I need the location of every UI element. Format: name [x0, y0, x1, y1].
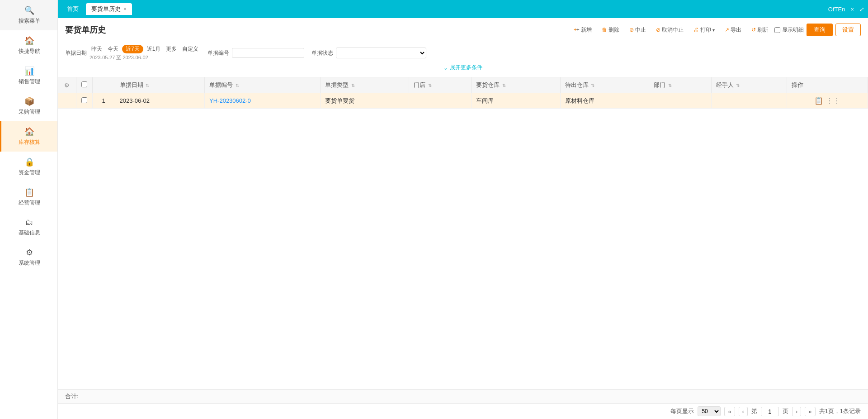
th-settings[interactable]: ⚙ [58, 77, 76, 93]
table-row[interactable]: 1 2023-06-02 YH-20230602-0 要货单要货 车间库 原材料… [58, 93, 868, 109]
export-button[interactable]: ↗ 导出 [721, 24, 745, 36]
row-date-cell: 2023-06-02 [115, 93, 205, 109]
main-area: 首页 要货单历史 × OfTEn × ⤢ 要货单历史 + + 新增 🗑 删除 [58, 0, 868, 419]
toolbar: + + 新增 🗑 删除 ⊘ 中止 ⊘ 取消中止 🖨 打印 [570, 24, 861, 36]
docno-filter-group: 单据编号 [208, 48, 304, 58]
th-req-warehouse-label: 要货仓库 [476, 81, 500, 88]
display-detail-checkbox[interactable] [774, 27, 780, 33]
sidebar-item-inventory[interactable]: 🏠 库存核算 [0, 121, 57, 152]
date-last7days[interactable]: 近7天 [122, 45, 143, 53]
sort-department-icon[interactable]: ⇅ [668, 83, 672, 88]
row-edit-icon[interactable]: 📋 [814, 96, 823, 105]
print-chevron-icon: ▾ [712, 28, 715, 33]
setting-button[interactable]: 设置 [835, 24, 861, 36]
row-more-icon[interactable]: ⋮⋮ [826, 96, 840, 105]
status-filter-group: 单据状态 [311, 48, 426, 58]
row-docno-link[interactable]: YH-20230602-0 [209, 97, 251, 104]
sidebar-item-basic-info[interactable]: 🗂 基础信息 [0, 212, 57, 242]
filter-area: 单据日期 昨天 今天 近7天 近1月 更多 自定义 2023-05-27 至 2… [58, 40, 868, 77]
status-select[interactable] [336, 48, 426, 58]
th-date: 单据日期 ⇅ [115, 77, 205, 93]
per-page-select[interactable]: 10 20 50 100 [698, 406, 721, 416]
row-handler-cell [711, 93, 787, 109]
page-title: 要货单历史 [65, 24, 566, 35]
th-action-label: 操作 [792, 81, 803, 88]
th-date-label: 单据日期 [120, 81, 143, 88]
often-label[interactable]: OfTEn [828, 6, 845, 13]
date-filter-group: 单据日期 昨天 今天 近7天 近1月 更多 自定义 2023-05-27 至 2… [65, 45, 200, 61]
topbar-right: OfTEn × ⤢ [828, 6, 864, 13]
sidebar-item-label: 搜索菜单 [19, 17, 40, 25]
sidebar-item-purchase[interactable]: 📦 采购管理 [0, 91, 57, 121]
stop-button[interactable]: ⊘ 中止 [626, 24, 650, 36]
th-action: 操作 [787, 77, 868, 93]
th-doctype-label: 单据类型 [325, 81, 349, 88]
sort-pending-warehouse-icon[interactable]: ⇅ [591, 83, 594, 88]
sales-icon: 📊 [24, 66, 34, 76]
page-first-btn[interactable]: « [724, 407, 735, 416]
sidebar-item-quick-nav[interactable]: 🏠 快捷导航 [0, 30, 57, 61]
data-table: ⚙ 单据日期 ⇅ 单据编号 ⇅ [58, 77, 868, 109]
th-pending-warehouse: 待出仓库 ⇅ [560, 77, 649, 93]
pagination-bar: 每页显示 10 20 50 100 « ‹ 第 页 › » 共1页，1条记录 [58, 403, 868, 419]
page-header: 要货单历史 + + 新增 🗑 删除 ⊘ 中止 ⊘ 取消中止 [58, 18, 868, 40]
sidebar-item-label: 销售管理 [19, 78, 40, 86]
row-docno-cell: YH-20230602-0 [205, 93, 321, 109]
page-unit: 页 [783, 407, 788, 415]
date-yesterday[interactable]: 昨天 [90, 45, 104, 53]
sidebar-item-search-menu[interactable]: 🔍 搜索菜单 [0, 0, 57, 30]
sort-doctype-icon[interactable]: ⇅ [351, 83, 355, 88]
tab-close-icon[interactable]: × [123, 6, 127, 12]
date-today[interactable]: 今天 [106, 45, 120, 53]
row-checkbox[interactable] [81, 97, 87, 103]
page-next-btn[interactable]: › [792, 407, 801, 416]
expand-more-btn[interactable]: ⌄ 展开更多条件 [65, 61, 861, 72]
total-label: 合计: [65, 393, 79, 400]
search-menu-icon: 🔍 [24, 5, 34, 15]
date-custom[interactable]: 自定义 [180, 45, 200, 53]
topbar: 首页 要货单历史 × OfTEn × ⤢ [58, 0, 868, 18]
th-checkbox [76, 77, 92, 93]
table-container: ⚙ 单据日期 ⇅ 单据编号 ⇅ [58, 77, 868, 389]
date-more[interactable]: 更多 [164, 45, 179, 53]
page-prev-btn[interactable]: ‹ [739, 407, 748, 416]
finance-icon: 🔒 [24, 157, 34, 167]
sidebar-item-system[interactable]: ⚙ 系统管理 [0, 242, 57, 272]
print-button[interactable]: 🖨 打印 ▾ [690, 24, 718, 36]
docno-input[interactable] [232, 48, 304, 58]
chevron-down-icon: ⌄ [443, 65, 448, 71]
th-docno: 单据编号 ⇅ [205, 77, 321, 93]
sidebar-item-finance[interactable]: 🔒 资金管理 [0, 152, 57, 182]
refresh-button[interactable]: ↺ 刷新 [748, 24, 772, 36]
table-body: 1 2023-06-02 YH-20230602-0 要货单要货 车间库 原材料… [58, 93, 868, 109]
tab-active[interactable]: 要货单历史 × [86, 3, 132, 15]
sort-handler-icon[interactable]: ⇅ [736, 83, 740, 88]
select-all-checkbox[interactable] [81, 81, 87, 87]
th-handler: 经手人 ⇅ [711, 77, 787, 93]
sidebar-item-sales[interactable]: 📊 销售管理 [0, 61, 57, 91]
page-input[interactable] [761, 407, 779, 416]
page-last-btn[interactable]: » [805, 407, 815, 416]
docno-label: 单据编号 [208, 49, 229, 57]
system-icon: ⚙ [26, 248, 33, 257]
sort-req-warehouse-icon[interactable]: ⇅ [502, 83, 506, 88]
sidebar-item-operation[interactable]: 📋 经营管理 [0, 182, 57, 212]
operation-icon: 📋 [24, 187, 34, 197]
tab-home[interactable]: 首页 [61, 3, 84, 15]
delete-button[interactable]: 🗑 删除 [598, 24, 623, 36]
topbar-close-icon[interactable]: × [850, 6, 854, 13]
date-last1month[interactable]: 近1月 [145, 45, 163, 53]
cancel-stop-button[interactable]: ⊘ 取消中止 [652, 24, 687, 36]
quick-nav-icon: 🏠 [24, 36, 34, 46]
sort-docno-icon[interactable]: ⇅ [236, 83, 239, 88]
sort-date-icon[interactable]: ⇅ [146, 83, 149, 88]
row-pending-warehouse-cell: 原材料仓库 [560, 93, 649, 109]
filter-row: 单据日期 昨天 今天 近7天 近1月 更多 自定义 2023-05-27 至 2… [65, 45, 861, 61]
sort-store-icon[interactable]: ⇅ [428, 83, 432, 88]
topbar-expand-icon[interactable]: ⤢ [859, 6, 864, 13]
page-label: 第 [751, 407, 757, 415]
row-req-warehouse-cell: 车间库 [472, 93, 561, 109]
new-button[interactable]: + + 新增 [570, 24, 595, 36]
display-detail-checkbox-label[interactable]: 显示明细 [774, 26, 804, 34]
query-button[interactable]: 查询 [807, 24, 833, 36]
